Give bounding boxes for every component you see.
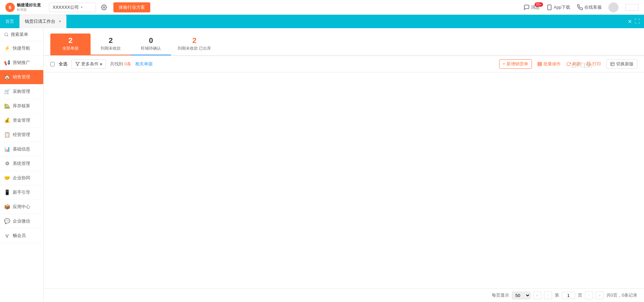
sidebar: 搜索菜单 ⚡ 快捷导航 📢 营销推广 🏠 销售管理 🛒 采购管理 🏡 库存核算 … (0, 28, 44, 302)
messages-button[interactable]: 消息 99+ (524, 4, 540, 10)
tab-bar-actions: ✕ ⛶ (628, 18, 644, 25)
sidebar-item-purchase[interactable]: 🛒 采购管理 (0, 84, 43, 99)
sidebar-item-system[interactable]: ⚙ 系统管理 (0, 157, 43, 171)
prev-page-button[interactable]: ‹ (544, 291, 552, 299)
summary-tab-wangpu[interactable]: 0 旺铺待确认 (131, 34, 171, 55)
table-area (44, 72, 644, 288)
avatar[interactable] (608, 2, 619, 12)
next-page-button[interactable]: › (585, 291, 593, 299)
sales-icon: 🏠 (4, 74, 10, 80)
select-all-label: 全选 (59, 61, 67, 67)
basic-info-icon: 📊 (4, 146, 10, 152)
sidebar-search[interactable]: 搜索菜单 (0, 28, 43, 41)
svg-rect-7 (538, 64, 542, 64)
toolbar: 全选 更多条件 ▾ 共找到 0条 相关单据 + 新增销货单 (44, 56, 644, 72)
svg-point-3 (5, 33, 8, 36)
logo-area: 6 畅捷通好生意 标准版 (5, 3, 49, 12)
page-size-select[interactable]: 20 50 100 (512, 292, 531, 299)
switch-label: 切换新版 (616, 61, 634, 67)
page-input[interactable] (562, 292, 575, 299)
filter-label: 更多条件 (81, 61, 99, 67)
logo-sub: 标准版 (17, 8, 41, 12)
first-page-button[interactable]: « (533, 291, 541, 299)
svg-rect-10 (611, 62, 614, 66)
tab-close-all-icon[interactable]: ✕ (628, 18, 632, 25)
related-link[interactable]: 相关单据 (135, 61, 153, 67)
print-button[interactable]: 打印 (586, 61, 601, 67)
pagination-bar: 每页显示 20 50 100 « ‹ 第 页 › » 共0页，0条记录 (44, 288, 644, 302)
sidebar-item-label: 资金管理 (13, 117, 30, 123)
filter-icon (75, 62, 80, 66)
filter-button[interactable]: 更多条件 ▾ (71, 59, 106, 69)
app-download-button[interactable]: App下载 (546, 4, 570, 10)
app-download-label: App下载 (554, 4, 570, 10)
page-label: 第 (555, 292, 559, 298)
operation-icon: 📋 (4, 132, 10, 138)
sidebar-item-label: 营销推广 (13, 60, 30, 66)
overdue-unshipped-label: 到期未收款 已出库 (178, 46, 211, 51)
add-sale-button[interactable]: + 新增销货单 (499, 59, 532, 69)
sidebar-item-sales[interactable]: 🏠 销售管理 (0, 70, 43, 84)
tab-home[interactable]: 首页 (0, 15, 19, 28)
sidebar-item-label: 销售管理 (13, 74, 30, 80)
sidebar-item-funds[interactable]: 💰 资金管理 (0, 113, 43, 128)
settings-button[interactable] (99, 2, 109, 13)
svg-rect-6 (538, 62, 542, 63)
total-text: 共0页，0条记录 (606, 292, 637, 298)
overdue-unpaid-label: 到期未收款 (97, 46, 124, 51)
refresh-button[interactable]: 刷新 (566, 61, 581, 67)
tab-expand-icon[interactable]: ⛶ (635, 18, 640, 24)
user-name[interactable] (625, 4, 639, 11)
all-label: 全部单据 (57, 46, 84, 51)
logo-icon: 6 (5, 3, 15, 12)
sidebar-item-label: 应用中心 (13, 204, 30, 210)
search-icon (4, 32, 9, 37)
tab-workbench[interactable]: 钱货日清工作台 × (19, 15, 66, 28)
experience-button[interactable]: 体验行业方案 (113, 2, 150, 12)
summary-tab-all[interactable]: 2 全部单据 (50, 34, 91, 55)
print-label: 打印 (592, 61, 601, 67)
company-selector[interactable]: XXXXXX公司 ▾ (49, 3, 96, 12)
tab-bar: 首页 钱货日清工作台 × ✕ ⛶ (0, 15, 644, 28)
system-icon: ⚙ (4, 161, 10, 167)
online-service-button[interactable]: 在线客服 (577, 4, 602, 10)
sidebar-item-marketing[interactable]: 📢 营销推广 (0, 56, 43, 70)
chevron-down-icon: ▾ (100, 62, 102, 67)
top-header: 6 畅捷通好生意 标准版 XXXXXX公司 ▾ 体验行业方案 消息 99+ Ap… (0, 0, 644, 15)
switch-icon (610, 62, 615, 66)
quick-nav-icon: ⚡ (4, 45, 10, 51)
batch-operation-button[interactable]: 批量操作 (537, 61, 561, 67)
main-layout: 搜索菜单 ⚡ 快捷导航 📢 营销推广 🏠 销售管理 🛒 采购管理 🏡 库存核算 … (0, 28, 644, 302)
sidebar-item-wechat[interactable]: 💬 企业微信 (0, 214, 43, 229)
sidebar-item-operation[interactable]: 📋 经营管理 (0, 128, 43, 142)
sidebar-item-member[interactable]: V 畅会员 (0, 229, 43, 243)
last-page-button[interactable]: » (596, 291, 604, 299)
summary-tab-overdue-unpaid[interactable]: 2 到期未收款 (91, 34, 131, 55)
company-name: XXXXXX公司 (53, 4, 79, 10)
select-all-checkbox[interactable] (50, 62, 55, 66)
guide-icon: 📱 (4, 189, 10, 195)
tab-close-icon[interactable]: × (59, 19, 61, 24)
sidebar-item-label: 经营管理 (13, 132, 30, 138)
summary-tab-overdue-unshipped[interactable]: 2 到期未收款 已出库 (171, 34, 218, 55)
svg-rect-9 (588, 64, 590, 66)
sidebar-item-label: 快捷导航 (13, 45, 30, 51)
messages-badge: 99+ (535, 2, 543, 7)
sidebar-item-guide[interactable]: 📱 新手引导 (0, 185, 43, 200)
batch-icon (537, 62, 542, 66)
chevron-down-icon: ▾ (81, 5, 83, 9)
refresh-label: 刷新 (572, 61, 581, 67)
sidebar-item-label: 库存核算 (13, 103, 30, 109)
sidebar-item-label: 基础信息 (13, 146, 30, 152)
sidebar-item-label: 系统管理 (13, 161, 30, 167)
sidebar-item-inventory[interactable]: 🏡 库存核算 (0, 99, 43, 113)
switch-version-button[interactable]: 切换新版 (606, 59, 637, 69)
sidebar-item-basic-info[interactable]: 📊 基础信息 (0, 142, 43, 157)
sidebar-item-label: 新手引导 (13, 189, 30, 195)
sidebar-item-cooperation[interactable]: 🤝 企业协同 (0, 171, 43, 185)
sidebar-item-app-center[interactable]: 📦 应用中心 (0, 200, 43, 214)
marketing-icon: 📢 (4, 60, 10, 66)
header-right: 消息 99+ App下载 在线客服 (524, 2, 639, 12)
add-sale-label: + 新增销货单 (503, 61, 528, 67)
sidebar-item-quick-nav[interactable]: ⚡ 快捷导航 (0, 41, 43, 56)
